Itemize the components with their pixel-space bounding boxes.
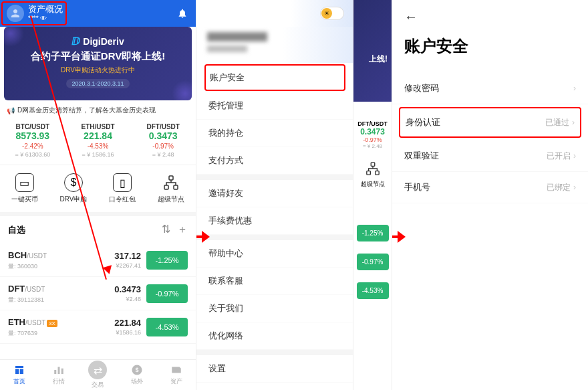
action-drv[interactable]: $ DRV申购 bbox=[49, 173, 98, 204]
header-bar: 资产概况 **** 👁 bbox=[0, 0, 196, 27]
svg-rect-2 bbox=[174, 185, 178, 189]
coin-row[interactable]: ETH/USDT3X 量: 707639 221.84 ¥1586.16 -4.… bbox=[0, 310, 196, 344]
peek-badge: -0.97% bbox=[357, 254, 389, 270]
drawer-user-info[interactable] bbox=[196, 27, 353, 63]
menu-support[interactable]: 联系客服 bbox=[196, 268, 353, 295]
notice-bar[interactable]: D网基金历史清算结算，了解各大基金历史表现 bbox=[0, 100, 196, 120]
peek-action-label: 超级节点 bbox=[353, 180, 392, 189]
chevron-right-icon: › bbox=[573, 183, 576, 192]
item-2fa[interactable]: 双重验证 已开启 › bbox=[392, 140, 588, 172]
ticker-pair: DFT/USDT bbox=[130, 123, 196, 130]
sort-icon[interactable]: ⇅ bbox=[162, 223, 170, 237]
ticker-item[interactable]: ETH/USDT 221.84 -4.53% = ¥ 1586.16 bbox=[65, 123, 131, 158]
menu-settings[interactable]: 设置 bbox=[196, 355, 353, 383]
menu-invite[interactable]: 邀请好友 bbox=[196, 180, 353, 207]
banner-logo-text: DigiDeriv bbox=[83, 36, 124, 47]
change-badge: -1.25% bbox=[146, 251, 188, 270]
action-node[interactable]: 超级节点 bbox=[147, 173, 196, 204]
action-label: 口令红包 bbox=[98, 195, 147, 204]
nodes-icon bbox=[365, 161, 380, 176]
action-label: 超级节点 bbox=[147, 195, 196, 204]
chevron-right-icon: › bbox=[573, 151, 576, 161]
menu-help[interactable]: 帮助中心 bbox=[196, 240, 353, 268]
svg-rect-1 bbox=[164, 185, 168, 189]
tab-label: 交易 bbox=[92, 381, 104, 389]
ticker-change: -2.42% bbox=[0, 142, 65, 150]
action-label: 一键买币 bbox=[0, 195, 49, 204]
svg-rect-9 bbox=[366, 171, 370, 175]
tab-home[interactable]: 首页 bbox=[0, 360, 39, 390]
svg-rect-10 bbox=[375, 171, 379, 175]
item-change-password[interactable]: 修改密码 › bbox=[392, 73, 588, 104]
screen-drawer: ☀ 账户安全 委托管理 我的持仓 支付方式 邀请好友 手续费优惠 帮助中心 联系… bbox=[196, 0, 392, 390]
item-label: 双重验证 bbox=[404, 150, 547, 162]
coin-price: 317.12 bbox=[88, 251, 141, 261]
theme-toggle[interactable]: ☀ bbox=[320, 7, 344, 20]
bell-icon[interactable] bbox=[177, 8, 188, 21]
ticker-fiat: = ¥ 2.48 bbox=[130, 151, 196, 158]
banner-headline: 合约子平台通证DRV即将上线! bbox=[4, 50, 192, 63]
coin-name: BCH bbox=[8, 250, 27, 260]
peek-pair: DFT/USDT bbox=[353, 120, 392, 127]
peek-price: 0.3473 bbox=[353, 127, 392, 136]
annotation-arrow bbox=[392, 231, 406, 243]
coin-row[interactable]: DFT/USDT 量: 39112381 0.3473 ¥2.48 -0.97% bbox=[0, 277, 196, 310]
watchlist-title: 自选 bbox=[8, 224, 162, 236]
chevron-right-icon: › bbox=[572, 118, 575, 127]
action-label: DRV申购 bbox=[49, 195, 98, 204]
coin-row[interactable]: BCH/USDT 量: 360030 317.12 ¥2267.41 -1.25… bbox=[0, 243, 196, 277]
tab-market[interactable]: 行情 bbox=[39, 360, 79, 390]
ticker-fiat: = ¥ 1586.16 bbox=[65, 151, 131, 158]
item-status: 已绑定 bbox=[547, 182, 571, 193]
item-phone[interactable]: 手机号 已绑定 › bbox=[392, 172, 588, 203]
menu-payment[interactable]: 支付方式 bbox=[196, 147, 353, 175]
promo-banner[interactable]: ⅅDigiDeriv 合约子平台通证DRV即将上线! DRV申购活动火热进行中 … bbox=[4, 27, 192, 100]
avatar-icon[interactable] bbox=[7, 5, 24, 22]
screen-home: 资产概况 **** 👁 ⅅDigiDeriv 合约子平台通证DRV即将上线! D… bbox=[0, 0, 196, 390]
coin-price: 221.84 bbox=[88, 318, 141, 328]
drawer-header: ☀ bbox=[196, 0, 353, 27]
bottom-tab-bar: 首页 行情 ⇄ 交易 $ 场外 资产 bbox=[0, 359, 196, 390]
add-icon[interactable]: ＋ bbox=[177, 223, 188, 237]
svg-text:$: $ bbox=[136, 367, 139, 373]
tab-otc[interactable]: $ 场外 bbox=[118, 360, 157, 390]
menu-orders[interactable]: 委托管理 bbox=[196, 92, 353, 120]
svg-rect-3 bbox=[54, 370, 56, 374]
banner-date: 2020.3.1-2020.3.11 bbox=[66, 79, 129, 88]
item-identity-verification[interactable]: 身份认证 已通过 › bbox=[399, 107, 581, 138]
screen-account-security: ← 账户安全 修改密码 › 身份认证 已通过 › 双重验证 已开启 › 手机号 … bbox=[392, 0, 588, 390]
change-badge: -0.97% bbox=[146, 284, 188, 303]
tab-assets[interactable]: 资产 bbox=[156, 360, 196, 390]
exchange-icon: ⇄ bbox=[88, 361, 107, 379]
home-icon bbox=[13, 364, 25, 376]
masked-username bbox=[207, 32, 267, 41]
menu-holdings[interactable]: 我的持仓 bbox=[196, 120, 353, 147]
menu-account-security[interactable]: 账户安全 bbox=[204, 64, 345, 91]
ticker-item[interactable]: DFT/USDT 0.3473 -0.97% = ¥ 2.48 bbox=[130, 123, 196, 158]
menu-about[interactable]: 关于我们 bbox=[196, 295, 353, 322]
action-redpacket[interactable]: ▯ 口令红包 bbox=[98, 173, 147, 204]
sun-icon: ☀ bbox=[321, 8, 332, 19]
menu-network[interactable]: 优化网络 bbox=[196, 322, 353, 350]
change-badge: -4.53% bbox=[146, 318, 188, 336]
ticker-item[interactable]: BTC/USDT 8573.93 -2.42% = ¥ 61303.60 bbox=[0, 123, 65, 158]
balance-mask[interactable]: **** 👁 bbox=[28, 15, 63, 22]
tab-trade[interactable]: ⇄ 交易 bbox=[78, 360, 118, 390]
coin-pair: /USDT bbox=[25, 286, 45, 293]
quick-actions: ▭ 一键买币 $ DRV申购 ▯ 口令红包 超级节点 bbox=[0, 165, 196, 216]
coin-fiat: ¥1586.16 bbox=[88, 329, 141, 336]
chevron-right-icon: › bbox=[573, 84, 576, 93]
background-peek: 上线! DFT/USDT 0.3473 -0.97% = ¥ 2.48 超级节点… bbox=[353, 0, 392, 390]
ticker-price: 221.84 bbox=[65, 130, 131, 141]
coin-pair: /USDT bbox=[27, 252, 47, 260]
coin-volume: 量: 360030 bbox=[8, 262, 88, 271]
back-icon[interactable]: ← bbox=[404, 9, 418, 24]
coin-name: ETH bbox=[8, 317, 25, 327]
ticker-row: BTC/USDT 8573.93 -2.42% = ¥ 61303.60 ETH… bbox=[0, 120, 196, 165]
dollar-icon: $ bbox=[64, 173, 83, 192]
svg-rect-5 bbox=[61, 369, 63, 374]
action-buy[interactable]: ▭ 一键买币 bbox=[0, 173, 49, 204]
nav-bar: ← bbox=[392, 0, 588, 29]
peek-badge: -4.53% bbox=[357, 282, 389, 299]
menu-fee-discount[interactable]: 手续费优惠 bbox=[196, 207, 353, 235]
